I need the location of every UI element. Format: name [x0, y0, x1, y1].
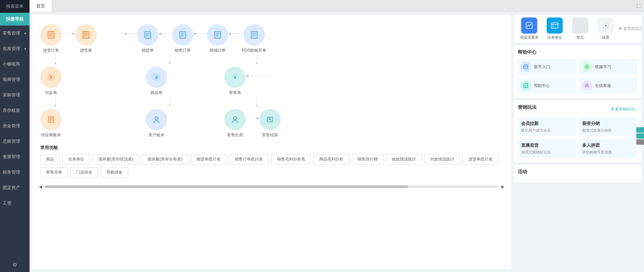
sidebar-item-ecommerce-mgmt[interactable]: 电商管理	[0, 72, 30, 87]
float-btn-desktop[interactable]: 桌面快捷	[636, 139, 644, 145]
marketing-item-group[interactable]: 多人拼团 拼团购物享受优惠	[579, 139, 637, 158]
help-item-online-support[interactable]: 在线客服	[579, 78, 637, 94]
help-grid: 新手入门 视频学习 帮助中心	[518, 59, 637, 94]
quick-icon-cashflow[interactable]: 现金流量表	[518, 17, 541, 40]
sidebar-nav-header: 快捷导航	[0, 13, 30, 26]
member-title: 会员拉新	[521, 121, 573, 127]
online-support-icon	[582, 80, 592, 91]
func-btn-receipt[interactable]: 收款情况统计	[386, 154, 422, 165]
content-area: 进货订单 ▶ 进货单	[30, 12, 644, 272]
sidebar-item-finance[interactable]: 资金管理	[0, 118, 30, 134]
fukuan-icon[interactable]: ¥	[40, 66, 62, 88]
live-title: 直播卖货	[521, 142, 573, 148]
func-btn-sale2[interactable]: 销售订单统计表	[229, 154, 269, 165]
marketing-item-fission[interactable]: 裂变分销 裂变式发展分销商	[579, 117, 637, 136]
sidebar-search[interactable]: 搜索菜单	[0, 0, 30, 13]
func-grid: 商品 往来单位 现存量(库存状况表) 现存量(库存分布表) 销货单统计表 销售订…	[40, 154, 503, 178]
sidebar-item-tax[interactable]: 税务管理	[0, 165, 30, 180]
shoukuan-label: 收款单	[150, 90, 163, 96]
partner-label: 往来单位	[547, 35, 562, 40]
tab-home[interactable]: 首页	[30, 0, 52, 12]
sidebar-item-assets[interactable]: 固定资产	[0, 180, 30, 195]
func-btn-partner[interactable]: 往来单位	[62, 154, 90, 165]
help-item-helpcenter[interactable]: 帮助中心	[518, 78, 576, 94]
func-btn-payment[interactable]: 付款情况统计	[424, 154, 460, 165]
func-btn-sale1[interactable]: 销货单统计表	[191, 154, 226, 165]
float-btn-community[interactable]: 服务社区	[636, 133, 644, 139]
sidebar-settings-icon[interactable]: ⚙	[0, 258, 30, 272]
sidebar-item-ledger[interactable]: 总账管理	[0, 134, 30, 149]
quick-icon-settings[interactable]: 设置	[594, 17, 617, 40]
quick-icon-partner[interactable]: 往来单位	[543, 17, 566, 40]
sidebar-item-ecommerce-small[interactable]: 小畅电商	[0, 56, 30, 72]
help-item-beginner[interactable]: 新手入门	[518, 59, 576, 75]
expand-button[interactable]: ⛶	[633, 4, 644, 8]
common-functions-title: 常用功能	[40, 145, 503, 151]
scrollbar-track[interactable]	[45, 185, 499, 188]
marketing-title: 营销玩法	[518, 104, 537, 110]
svg-rect-20	[214, 31, 221, 39]
flow-node-jinhuo: 进货单	[75, 24, 97, 53]
func-btn-purchase-stat[interactable]: 进货单统计表	[463, 154, 498, 165]
func-btn-guide-rank[interactable]: 导购排名	[101, 167, 128, 178]
sidebar-item-retail[interactable]: 零售管理 ▼	[0, 26, 30, 41]
member-desc: 吸引用户成为会员	[521, 128, 573, 133]
func-btn-stock1[interactable]: 现存量(库存状况表)	[93, 154, 139, 165]
scroll-right-button[interactable]: ▶	[500, 184, 506, 189]
func-btn-margin1[interactable]: 销售毛利分析表	[271, 154, 311, 165]
marketing-grid: 会员拉新 吸引用户成为会员 裂变分销 裂变式发展分销商 直播卖货 场景式购物新玩…	[518, 117, 637, 158]
func-btn-store-rank[interactable]: 门店排名	[71, 167, 98, 178]
xiaodd-icon[interactable]	[172, 24, 193, 46]
main-area: 首页 ⛶ 进货订单 ▶	[30, 0, 644, 272]
kehus-label: 客户账本	[148, 132, 165, 138]
flow-section: 进货订单 ▶ 进货单	[38, 20, 506, 142]
marketing-item-member[interactable]: 会员拉新 吸引用户成为会员	[518, 117, 576, 136]
float-btn-service[interactable]: 客服热线	[636, 127, 644, 133]
xiaohuo-icon[interactable]	[137, 24, 158, 46]
func-btn-product[interactable]: 商品	[40, 154, 60, 165]
customize-settings-link[interactable]: ⚙ 首页自定义设置	[618, 26, 641, 32]
svg-marker-57	[586, 66, 588, 68]
online-support-label: 在线客服	[595, 83, 611, 89]
common-functions: 常用功能 商品 往来单位 现存量(库存状况表) 现存量(库存分布表) 销货单统计…	[38, 142, 506, 180]
scroll-left-button[interactable]: ◀	[38, 184, 43, 189]
jinhuodd-label: 进货订单	[43, 48, 59, 53]
svg-point-62	[586, 84, 588, 86]
flow-node-shangcheng: 商城订单	[207, 24, 228, 53]
jinhuodd-icon[interactable]	[40, 24, 62, 46]
more-marketing-link[interactable]: 更多营销玩法 ›	[611, 106, 637, 112]
beginner-label: 新手入门	[534, 64, 550, 70]
sidebar-item-inventory[interactable]: 库存核算	[0, 103, 30, 118]
jinhuo-icon[interactable]	[75, 24, 97, 46]
lingshoud-icon[interactable]: ¥	[224, 66, 246, 88]
fukuan-label: 付款单	[45, 90, 57, 96]
sidebar-item-wholesale[interactable]: 批发管理 ▼	[0, 41, 30, 56]
marketing-item-live[interactable]: 直播卖货 场景式购物新玩法	[518, 139, 576, 158]
gongyings-icon[interactable]	[40, 109, 62, 130]
activity-title: 活动	[518, 169, 637, 175]
flow-node-kehus: 客户账本	[146, 109, 167, 138]
marketing-section: 营销玩法 更多营销玩法 › 会员拉新 吸引用户成为会员 裂变分销 裂变式发展分销…	[514, 100, 641, 162]
func-btn-margin2[interactable]: 商品毛利分析	[314, 154, 349, 165]
func-btn-stock2[interactable]: 现存量(库存分布表)	[142, 154, 188, 165]
pos-icon[interactable]	[243, 24, 265, 46]
quick-icon-empty[interactable]: 暂无	[569, 17, 592, 40]
kehus-icon[interactable]	[146, 109, 167, 130]
lingshouchuku-icon[interactable]	[224, 109, 246, 130]
svg-rect-5	[82, 31, 90, 39]
flow-node-shoukuan: ¥ 收款单	[146, 66, 167, 96]
sidebar-item-purchase[interactable]: 采购管理	[0, 87, 30, 103]
xiaodd-label: 销售订单	[175, 48, 191, 53]
tabbar: 首页 ⛶	[30, 0, 644, 12]
lingshoujiesuan-icon[interactable]: ¥	[259, 109, 281, 130]
func-btn-retail-order[interactable]: 零售开单	[40, 167, 68, 178]
help-item-video[interactable]: 视频学习	[579, 59, 637, 75]
shoukuan-icon[interactable]: ¥	[146, 66, 167, 88]
sidebar: 搜索菜单 快捷导航 零售管理 ▼ 批发管理 ▼ 小畅电商 电商管理 采购管理 库…	[0, 0, 30, 272]
chevron-down-icon: ▼	[24, 47, 27, 51]
shangcheng-icon[interactable]	[207, 24, 228, 46]
sidebar-item-salary[interactable]: 工资	[0, 195, 30, 211]
sidebar-item-invoice[interactable]: 发票管理	[0, 149, 30, 165]
empty-label: 暂无	[577, 35, 584, 40]
func-btn-rank1[interactable]: 销售排行榜	[352, 154, 383, 165]
